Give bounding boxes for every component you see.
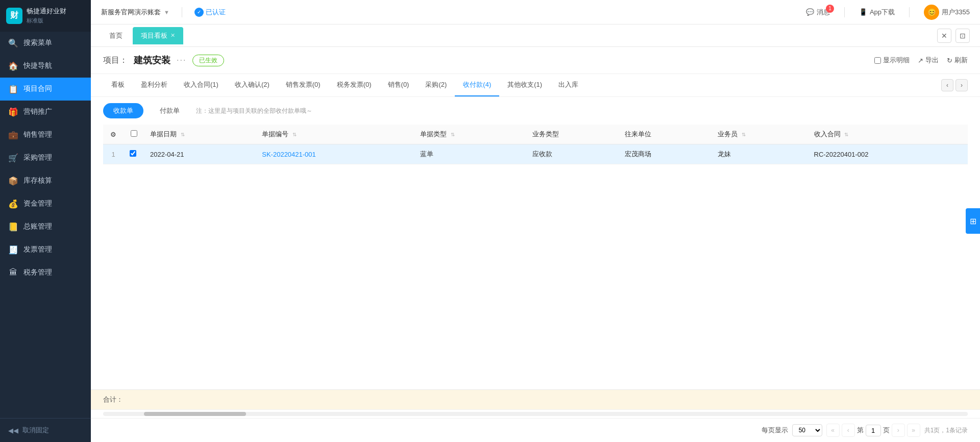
sidebar-item-2[interactable]: 📋 项目合同: [0, 78, 91, 101]
show-detail-checkbox[interactable]: 显示明细: [874, 56, 910, 65]
sidebar-item-8[interactable]: 📒 总账管理: [0, 215, 91, 238]
th-biz-type-label: 业务类型: [532, 130, 559, 138]
tab-close-icon[interactable]: ✕: [170, 32, 175, 39]
message-icon: 💬: [806, 8, 814, 16]
row-number: SK-20220421-001: [256, 144, 414, 164]
tab-project-board[interactable]: 项目看板 ✕: [133, 27, 183, 44]
app-download-button[interactable]: 📱 App下载: [859, 8, 895, 17]
project-label: 项目：: [103, 55, 128, 66]
project-more-button[interactable]: ···: [177, 56, 186, 65]
page-prev-button[interactable]: ‹: [842, 424, 855, 437]
sub-tab-1[interactable]: 盈利分析: [133, 74, 176, 96]
sub-tabs-next[interactable]: ›: [955, 79, 968, 91]
maximize-window-button[interactable]: ⊡: [955, 29, 970, 43]
sub-tab-8[interactable]: 收付款(4): [455, 74, 499, 96]
sidebar-item-0[interactable]: 🔍 搜索菜单: [0, 32, 91, 55]
account-selector[interactable]: 新服务官网演示账套 ▼: [101, 8, 169, 17]
row-partner: 宏茂商场: [619, 144, 712, 164]
refresh-button[interactable]: ↻ 刷新: [947, 56, 968, 65]
sidebar-icon-1: 🏠: [8, 61, 18, 71]
sidebar-item-7[interactable]: 💰 资金管理: [0, 192, 91, 215]
tab-payments[interactable]: 付款单: [150, 103, 190, 118]
sidebar-label-5: 采购管理: [23, 153, 52, 162]
sidebar-item-10[interactable]: 🏛 税务管理: [0, 261, 91, 284]
sub-tab-9[interactable]: 其他收支(1): [499, 74, 550, 96]
th-type[interactable]: 单据类型 ⇅: [414, 125, 526, 144]
messages-button[interactable]: 💬 消息 1: [806, 8, 830, 17]
sidebar-item-6[interactable]: 📦 库存核算: [0, 169, 91, 192]
horizontal-scrollbar-thumb[interactable]: [144, 412, 246, 416]
row-checkbox[interactable]: [124, 144, 144, 164]
sidebar-item-1[interactable]: 🏠 快捷导航: [0, 55, 91, 78]
sidebar-item-5[interactable]: 🛒 采购管理: [0, 146, 91, 169]
th-partner: 往来单位: [619, 125, 712, 144]
th-date[interactable]: 单据日期 ⇅: [144, 125, 256, 144]
sidebar-label-7: 资金管理: [23, 199, 52, 208]
user-avatar: 😊: [924, 5, 939, 20]
export-button[interactable]: ↗ 导出: [918, 56, 939, 65]
sidebar-icon-4: 💼: [8, 130, 18, 140]
sub-tab-4[interactable]: 销售发票(0): [278, 74, 329, 96]
sidebar-label-10: 税务管理: [23, 268, 52, 277]
account-name: 新服务官网演示账套: [101, 8, 161, 17]
sidebar-item-4[interactable]: 💼 销售管理: [0, 124, 91, 146]
user-menu[interactable]: 😊 用户3355: [924, 5, 970, 20]
shield-icon: ✓: [194, 8, 204, 17]
topbar-right: 💬 消息 1 📱 App下载 😊 用户3355: [806, 5, 970, 20]
sidebar-item-9[interactable]: 🧾 发票管理: [0, 238, 91, 261]
page-number-input[interactable]: [866, 425, 881, 436]
sub-tab-5[interactable]: 税务发票(0): [329, 74, 380, 96]
show-detail-label: 显示明细: [883, 56, 910, 65]
sub-tab-7[interactable]: 采购(2): [417, 74, 455, 96]
th-salesperson[interactable]: 业务员 ⇅: [712, 125, 807, 144]
page-size-select[interactable]: 50 100 200: [792, 424, 822, 436]
page-first-button[interactable]: «: [826, 424, 840, 437]
select-all-checkbox[interactable]: [131, 130, 137, 137]
horizontal-scrollbar-track[interactable]: [103, 412, 968, 416]
sidebar-header: 财 畅捷通好业财 标准版: [0, 0, 91, 32]
sidebar-icon-7: 💰: [8, 199, 18, 209]
th-contract[interactable]: 收入合同 ⇅: [808, 125, 968, 144]
sidebar: 财 畅捷通好业财 标准版 🔍 搜索菜单 🏠 快捷导航 📋 项目合同 🎁 营销推广…: [0, 0, 91, 442]
th-number[interactable]: 单据编号 ⇅: [256, 125, 414, 144]
th-settings[interactable]: ⚙: [103, 125, 124, 144]
th-salesperson-label: 业务员: [718, 130, 738, 138]
sidebar-nav: 🔍 搜索菜单 🏠 快捷导航 📋 项目合同 🎁 营销推广 💼 销售管理 🛒 采购管…: [0, 32, 91, 418]
app-edition: 标准版: [27, 17, 66, 24]
tab-home[interactable]: 首页: [101, 27, 131, 44]
tab-receipts[interactable]: 收款单: [103, 103, 143, 118]
row-number-link[interactable]: SK-20220421-001: [262, 151, 316, 158]
page-next-button[interactable]: ›: [892, 424, 905, 437]
app-logo: 财: [6, 8, 22, 24]
certified-label: 已认证: [206, 8, 226, 17]
show-detail-input[interactable]: [874, 57, 881, 64]
sidebar-icon-9: 🧾: [8, 245, 18, 255]
sidebar-label-8: 总账管理: [23, 222, 52, 231]
sub-tab-10[interactable]: 出入库: [550, 74, 586, 96]
project-header: 项目： 建筑安装 ··· 已生效 显示明细 ↗ 导出 ↻ 刷新: [91, 47, 980, 74]
table-footer: 合计：: [91, 389, 980, 409]
tab-project-board-label: 项目看板: [141, 31, 167, 40]
sub-tabs-prev[interactable]: ‹: [941, 79, 953, 91]
table-row[interactable]: 1 2022-04-21 SK-20220421-001 蓝单 应收款 宏茂商场…: [103, 144, 968, 164]
sidebar-label-9: 发票管理: [23, 245, 52, 254]
sub-tab-0[interactable]: 看板: [103, 74, 133, 96]
tab-home-label: 首页: [109, 31, 122, 40]
right-panel-toggle[interactable]: ⊞: [966, 208, 980, 234]
sidebar-item-3[interactable]: 🎁 营销推广: [0, 101, 91, 124]
row-biz-type: 应收款: [526, 144, 619, 164]
th-date-label: 单据日期: [150, 130, 177, 138]
user-name: 用户3355: [942, 8, 970, 17]
row-select-checkbox[interactable]: [130, 150, 136, 157]
page-last-button[interactable]: »: [907, 424, 920, 437]
sub-tab-6[interactable]: 销售(0): [380, 74, 418, 96]
sidebar-footer-unpin[interactable]: ◀◀ 取消固定: [0, 418, 91, 442]
sort-contract-icon: ⇅: [844, 132, 848, 137]
close-window-button[interactable]: ✕: [937, 29, 951, 43]
sidebar-icon-0: 🔍: [8, 38, 18, 48]
app-name: 畅捷通好业财: [27, 7, 66, 16]
sub-tab-3[interactable]: 收入确认(2): [227, 74, 278, 96]
sub-tab-2[interactable]: 收入合同(1): [176, 74, 227, 96]
sub-tabs-nav: ‹ ›: [941, 79, 968, 91]
sub-tab-bar: 看板盈利分析收入合同(1)收入确认(2)销售发票(0)税务发票(0)销售(0)采…: [91, 74, 980, 97]
